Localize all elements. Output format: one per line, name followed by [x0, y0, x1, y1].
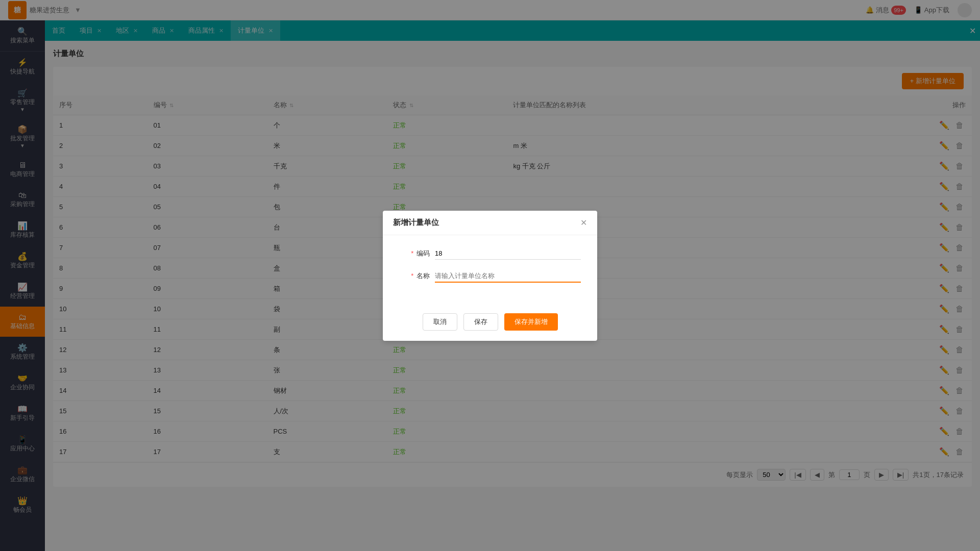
- form-item-name: * 名称: [399, 270, 581, 283]
- add-unit-modal: 新增计量单位 ✕ * 编码 * 名称 取消 保存 保存并新增: [383, 211, 597, 341]
- code-input[interactable]: [435, 247, 581, 260]
- modal-header: 新增计量单位 ✕: [383, 211, 597, 235]
- code-label: * 编码: [399, 249, 430, 258]
- cancel-button[interactable]: 取消: [423, 313, 457, 331]
- save-button[interactable]: 保存: [463, 313, 498, 331]
- name-input[interactable]: [435, 270, 581, 283]
- modal-close-button[interactable]: ✕: [580, 218, 587, 228]
- modal-title: 新增计量单位: [393, 218, 439, 228]
- form-item-code: * 编码: [399, 247, 581, 260]
- modal-footer: 取消 保存 保存并新增: [383, 305, 597, 341]
- modal-overlay: 新增计量单位 ✕ * 编码 * 名称 取消 保存 保存并新增: [0, 0, 980, 551]
- name-label: * 名称: [399, 271, 430, 281]
- modal-body: * 编码 * 名称: [383, 235, 597, 305]
- save-and-new-button[interactable]: 保存并新增: [504, 313, 558, 331]
